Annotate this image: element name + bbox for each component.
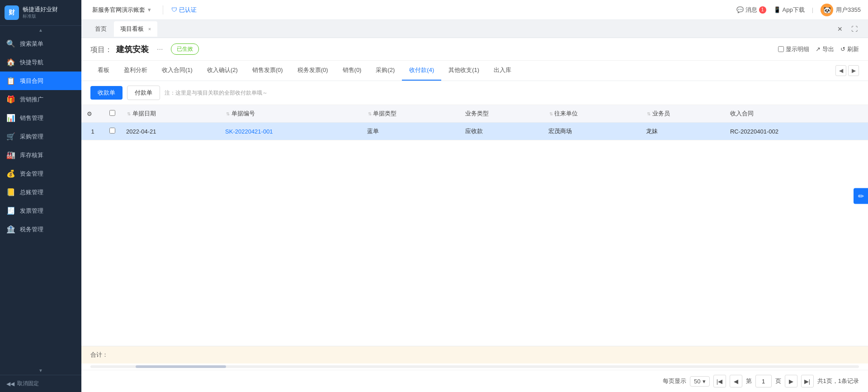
page-size-select[interactable]: 50 ▾	[690, 376, 709, 387]
settings-icon[interactable]: ⚙	[87, 110, 92, 117]
page-word2: 页	[775, 377, 781, 385]
page-number-input[interactable]	[755, 375, 772, 387]
sub-tab-sales[interactable]: 销售(0)	[335, 61, 369, 81]
topbar-right: 💬 消息 1 📱 App下载 | 🐼 用户3355	[736, 4, 861, 16]
invoice-icon: 🧾	[6, 206, 15, 215]
sidebar-item-invoice[interactable]: 🧾 发票管理	[0, 201, 81, 220]
export-button[interactable]: ↗ 导出	[816, 45, 834, 53]
tab-home-label: 首页	[95, 25, 107, 32]
more-button[interactable]: ···	[154, 44, 165, 54]
h-scroll-thumb[interactable]	[136, 365, 226, 368]
unpin-button[interactable]: ◀◀ 取消固定	[0, 375, 81, 392]
page-next-button[interactable]: ▶	[785, 375, 797, 387]
sub-tab-income-contract[interactable]: 收入合同(1)	[155, 61, 200, 81]
sidebar-item-label: 销售管理	[20, 114, 43, 122]
maximize-button[interactable]: ⛶	[848, 23, 861, 35]
page-first-button[interactable]: |◀	[713, 375, 726, 387]
sub-tab-nav: ◀ ▶	[835, 65, 859, 76]
sidebar-item-capital[interactable]: 💰 资金管理	[0, 164, 81, 183]
th-salesperson[interactable]: ⇅ 业务员	[641, 105, 724, 123]
app-download-button[interactable]: 📱 App下载	[774, 6, 805, 14]
tax-icon: 🏦	[6, 225, 15, 234]
sidebar-item-purchase[interactable]: 🛒 采购管理	[0, 127, 81, 146]
message-button[interactable]: 💬 消息 1	[736, 6, 766, 14]
cell-check	[104, 123, 121, 140]
th-doc-no[interactable]: ⇅ 单据编号	[220, 105, 362, 123]
float-action-button[interactable]: ✏	[854, 188, 868, 204]
select-all-checkbox[interactable]	[109, 110, 115, 116]
doc-no-link[interactable]: SK-20220421-001	[225, 128, 273, 135]
show-detail-checkbox[interactable]: 显示明细	[778, 45, 809, 53]
th-income-contract: 收入合同	[725, 105, 868, 123]
th-date[interactable]: ⇅ 单据日期	[121, 105, 220, 123]
h-scroll-bar[interactable]	[90, 365, 859, 368]
th-partner[interactable]: ⇅ 往来单位	[543, 105, 641, 123]
th-checkbox	[104, 105, 121, 123]
payment-filter-button[interactable]: 付款单	[127, 86, 160, 100]
sub-tab-income-confirm[interactable]: 收入确认(2)	[200, 61, 245, 81]
sidebar-item-sales[interactable]: 📊 销售管理	[0, 109, 81, 127]
sidebar-item-tax[interactable]: 🏦 税务管理	[0, 220, 81, 239]
sidebar-item-inventory[interactable]: 🏭 库存核算	[0, 146, 81, 164]
sidebar-item-quick[interactable]: 🏠 快捷导航	[0, 53, 81, 72]
sidebar-item-label: 总账管理	[20, 188, 43, 196]
sidebar-item-label: 发票管理	[20, 207, 43, 215]
export-icon: ↗	[816, 46, 821, 53]
sub-tab-purchase[interactable]: 采购(2)	[368, 61, 402, 81]
export-label: 导出	[822, 45, 834, 53]
sidebar-scroll-up[interactable]: ▲	[0, 26, 81, 34]
status-badge: 已生效	[171, 43, 199, 55]
filter-bar: 收款单 付款单 注：这里是与项目关联的全部收付款单哦～	[81, 81, 868, 105]
tab-home[interactable]: 首页	[89, 21, 113, 37]
page-prev-button[interactable]: ◀	[730, 375, 742, 387]
sidebar-scroll-down[interactable]: ▼	[0, 366, 81, 375]
topbar-separator: |	[812, 6, 813, 13]
th-date-label: 单据日期	[132, 110, 156, 117]
show-detail-label: 显示明细	[786, 45, 809, 53]
cell-doc-no[interactable]: SK-20220421-001	[220, 123, 362, 140]
th-doc-type[interactable]: ⇅ 单据类型	[362, 105, 460, 123]
tab-project-board[interactable]: 项目看板 ×	[114, 21, 157, 37]
page-last-button[interactable]: ▶|	[801, 375, 814, 387]
tab-close-button[interactable]: ×	[148, 26, 151, 32]
sidebar-item-search[interactable]: 🔍 搜索菜单	[0, 34, 81, 53]
total-info: 共1页，1条记录	[817, 377, 859, 385]
sub-tab-next-button[interactable]: ▶	[848, 65, 859, 76]
user-menu[interactable]: 🐼 用户3355	[821, 4, 861, 16]
sidebar-item-ledger[interactable]: 📒 总账管理	[0, 183, 81, 201]
project-title: 建筑安装	[116, 45, 149, 54]
sub-tab-tax-invoice[interactable]: 税务发票(0)	[290, 61, 335, 81]
sub-tab-kanban[interactable]: 看板	[90, 61, 117, 81]
cell-biz-type: 应收款	[460, 123, 543, 140]
receipt-filter-button[interactable]: 收款单	[90, 86, 123, 100]
shield-icon: 🛡	[171, 6, 177, 13]
app-name: 畅捷通好业财	[23, 6, 58, 14]
cell-num: 1	[81, 123, 104, 140]
content-tabs: 首页 项目看板 × ✕ ⛶	[81, 20, 868, 38]
refresh-button[interactable]: ↺ 刷新	[840, 45, 859, 53]
topbar: 新服务官网演示账套 ▾ 🛡 已认证 💬 消息 1 📱 App下载 | 🐼 用户3…	[81, 0, 868, 20]
th-settings[interactable]: ⚙	[81, 105, 104, 123]
close-window-button[interactable]: ✕	[834, 23, 846, 35]
row-checkbox[interactable]	[109, 128, 115, 134]
project-name: 新服务官网演示账套	[92, 6, 145, 14]
message-badge: 1	[759, 6, 766, 14]
show-detail-input[interactable]	[778, 46, 784, 52]
summary-label: 合计：	[90, 351, 108, 359]
sub-tab-other-expense[interactable]: 其他收支(1)	[441, 61, 486, 81]
th-biz-type: 业务类型	[460, 105, 543, 123]
cell-date: 2022-04-21	[121, 123, 220, 140]
sub-tab-inout[interactable]: 出入库	[486, 61, 519, 81]
h-scroll-area[interactable]	[81, 363, 868, 370]
sub-tab-profit[interactable]: 盈利分析	[117, 61, 155, 81]
tab-project-board-label: 项目看板	[120, 25, 144, 32]
table-row[interactable]: 1 2022-04-21 SK-20220421-001 蓝单 应收款 宏茂商场…	[81, 123, 868, 140]
sidebar-item-marketing[interactable]: 🎁 营销推广	[0, 90, 81, 109]
sidebar-item-label: 搜索菜单	[20, 40, 43, 48]
project-selector[interactable]: 新服务官网演示账套 ▾	[89, 4, 155, 16]
sub-tab-receipt[interactable]: 收付款(4)	[402, 61, 441, 81]
sub-tab-prev-button[interactable]: ◀	[835, 65, 846, 76]
table-header: ⚙ ⇅ 单据日期 ⇅ 单据编号	[81, 105, 868, 123]
sidebar-item-contract[interactable]: 📋 项目合同	[0, 72, 81, 90]
sub-tab-sales-invoice[interactable]: 销售发票(0)	[245, 61, 290, 81]
